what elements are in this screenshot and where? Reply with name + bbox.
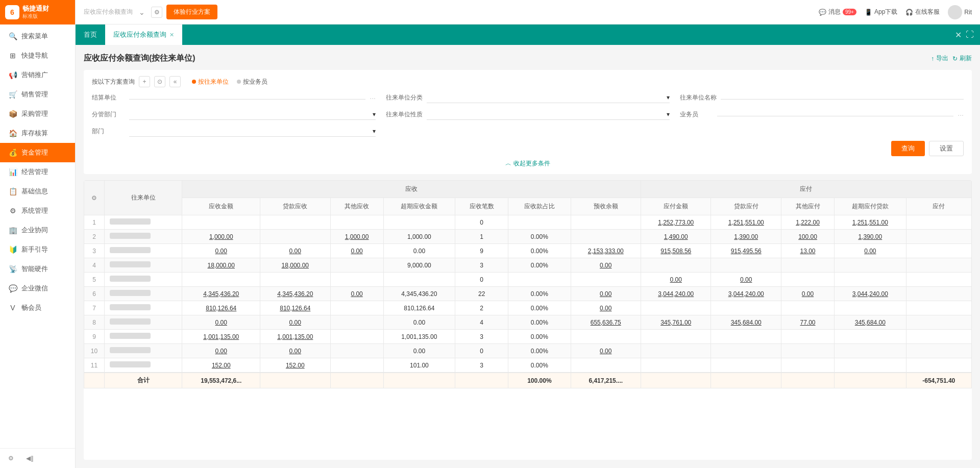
sidebar-item-system[interactable]: ⚙系统管理	[0, 201, 75, 220]
row-payable-amount: 3,044,240.00	[641, 287, 710, 301]
tab-maximize-icon[interactable]: ⛶	[966, 30, 974, 39]
row-num: 8	[84, 315, 105, 330]
top-header: 应收应付余额查询 ⌄ ⚙ 体验行业方案 💬 消息 99+ 📱 App下载 🎧 在…	[76, 0, 980, 24]
footer-empty3	[330, 373, 383, 388]
row-num: 7	[84, 301, 105, 315]
sidebar-item-quick[interactable]: ⊞快捷导航	[0, 46, 75, 65]
row-loan-receivable: 0.00	[260, 344, 330, 358]
app-download-action[interactable]: 📱 App下载	[865, 8, 897, 16]
sidebar-item-purchase[interactable]: 📦采购管理	[0, 104, 75, 124]
partner-name-input[interactable]	[721, 96, 964, 100]
tab-home[interactable]: 首页	[76, 24, 105, 45]
partner-blurred	[110, 361, 151, 367]
row-payable-extra	[906, 258, 972, 273]
refresh-icon: ↻	[952, 55, 958, 62]
row-payable-extra	[906, 301, 972, 315]
row-advance-balance: 655,636.75	[571, 315, 641, 330]
tab-close-icon[interactable]: ✕	[169, 32, 174, 38]
promo-button[interactable]: 体验行业方案	[166, 5, 217, 19]
sidebar-label-system: 系统管理	[21, 206, 48, 215]
logo-text: 畅捷通财	[22, 5, 49, 13]
service-label: 在线客服	[915, 8, 940, 16]
sidebar-label-inventory: 库存核算	[21, 129, 48, 138]
sidebar-item-inventory[interactable]: 🏠库存核算	[0, 124, 75, 143]
filter-tab-partner-label: 按往来单位	[198, 78, 229, 86]
inventory-icon: 🏠	[8, 129, 17, 137]
refresh-button[interactable]: ↻ 刷新	[952, 54, 972, 63]
partner-blurred	[110, 290, 151, 296]
sidebar-item-hardware[interactable]: 📡智能硬件	[0, 259, 75, 279]
service-icon: 🎧	[905, 9, 913, 16]
partner-category-select[interactable]: ▾	[427, 92, 670, 103]
sidebar-item-operation[interactable]: 📊经营管理	[0, 162, 75, 182]
table-row: 21,000.001,000.001,000.0010.00%1,490.001…	[84, 230, 972, 244]
add-scheme-btn[interactable]: +	[139, 76, 150, 87]
row-overdue-receivable: 0.00	[383, 244, 455, 258]
sidebar-settings-btn[interactable]: ⚙	[4, 453, 18, 464]
row-loan-receivable: 152.00	[260, 358, 330, 373]
filter-tabs: 按往来单位 按业务员	[189, 77, 271, 87]
sidebar-item-enterprise[interactable]: 🏢企业协同	[0, 220, 75, 240]
sidebar-item-wechat[interactable]: 💬企业微信	[0, 279, 75, 298]
row-receivable-amount: 1,001,135.00	[182, 330, 260, 344]
export-icon: ↑	[931, 55, 934, 62]
filter-tab-partner[interactable]: 按往来单位	[189, 77, 232, 87]
sidebar-item-finance[interactable]: 💰资金管理	[0, 143, 75, 162]
export-button[interactable]: ↑ 导出	[931, 54, 948, 63]
filter-tab-salesman[interactable]: 按业务员	[234, 77, 271, 87]
row-partner	[105, 358, 182, 373]
table-row: 418,000.0018,000.009,000.0030.00%0.00	[84, 258, 972, 273]
collapse-button[interactable]: ︿ 收起更多条件	[92, 159, 964, 168]
row-other-receivable	[330, 258, 383, 273]
service-action[interactable]: 🎧 在线客服	[905, 8, 940, 16]
scheme-collapse-btn[interactable]: «	[169, 76, 181, 87]
tab-query[interactable]: 应收应付余额查询 ✕	[105, 24, 182, 45]
settlement-dots-btn[interactable]: ···	[370, 94, 376, 102]
dept-arrow: ▾	[373, 128, 376, 135]
dept-select[interactable]: ▾	[129, 126, 376, 137]
row-partner	[105, 273, 182, 287]
footer-receivable-total: 19,553,472,6...	[182, 373, 260, 388]
partner-blurred	[110, 233, 151, 239]
salesman-input	[717, 113, 953, 116]
row-receivable-amount: 810,126.64	[182, 301, 260, 315]
active-dot	[192, 80, 196, 84]
header-config-btn[interactable]: ⚙	[151, 7, 162, 18]
header-gear-btn[interactable]: ⌄	[137, 6, 147, 18]
footer-empty9	[835, 373, 906, 388]
tab-close-window-icon[interactable]: ✕	[955, 30, 962, 40]
row-other-receivable: 1,000.00	[330, 230, 383, 244]
table-row: 30.000.000.000.0090.00%2,153,333.00915,5…	[84, 244, 972, 258]
row-overdue-payable	[835, 344, 906, 358]
page-title: 应收应付余额查询(按往来单位)	[84, 53, 195, 64]
query-button[interactable]: 查询	[891, 141, 925, 156]
table-row: 100.000.000.0000.00%0.00	[84, 344, 972, 358]
salesman-dots-btn[interactable]: ···	[958, 111, 964, 119]
partner-nature-select[interactable]: ▾	[427, 109, 670, 120]
row-advance-balance	[571, 215, 641, 230]
sidebar-item-member[interactable]: V畅会员	[0, 298, 75, 317]
sidebar-collapse-btn[interactable]: ◀‖	[22, 453, 38, 464]
table-settings-icon[interactable]: ⚙	[91, 194, 97, 202]
sidebar-label-basic: 基础信息	[21, 187, 48, 196]
dept-manager-select[interactable]: ▾	[129, 109, 376, 120]
row-loan-receivable	[260, 230, 330, 244]
sidebar-item-marketing[interactable]: 📢营销推广	[0, 65, 75, 85]
filter-tab-salesman-label: 按业务员	[243, 78, 267, 86]
row-advance-balance	[571, 230, 641, 244]
sidebar-item-search[interactable]: 🔍搜索菜单	[0, 27, 75, 46]
settlement-label: 结算单位	[92, 93, 125, 102]
sidebar-item-guide[interactable]: 🔰新手引导	[0, 240, 75, 259]
sidebar-item-sales[interactable]: 🛒销售管理	[0, 85, 75, 104]
message-action[interactable]: 💬 消息 99+	[819, 8, 856, 16]
sidebar-item-basic[interactable]: 📋基础信息	[0, 182, 75, 201]
row-payable-amount: 1,252,773.00	[641, 215, 710, 230]
setting-button[interactable]: 设置	[929, 141, 964, 156]
sidebar-label-purchase: 采购管理	[21, 109, 48, 118]
row-overdue-payable	[835, 358, 906, 373]
user-info[interactable]: Rit	[948, 5, 972, 19]
row-other-payable: 77.00	[781, 315, 834, 330]
scheme-settings-btn[interactable]: ⊙	[154, 76, 165, 87]
row-loan-payable: 0.00	[711, 273, 781, 287]
row-partner	[105, 230, 182, 244]
